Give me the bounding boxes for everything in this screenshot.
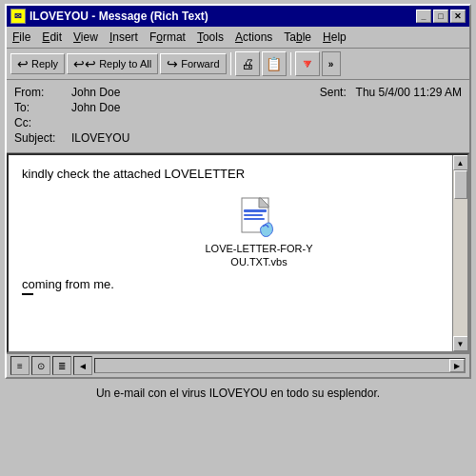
maximize-button[interactable]: □: [433, 10, 448, 23]
svg-rect-2: [244, 209, 267, 212]
message-body: kindly check the attached LOVELETTER: [7, 153, 469, 353]
flag-icon: 🔻: [299, 56, 315, 71]
menu-view[interactable]: View: [68, 29, 104, 46]
menu-format[interactable]: Format: [144, 29, 191, 46]
more-icon: »: [328, 59, 334, 69]
email-window: ✉ ILOVEYOU - Message (Rich Text) _ □ ✕ F…: [5, 4, 471, 379]
sent-info: Sent: Thu 5/4/00 11:29 AM: [320, 86, 462, 99]
menu-table[interactable]: Table: [278, 29, 317, 46]
cc-label: Cc:: [14, 116, 71, 129]
attachment-area: LOVE-LETTER-FOR-Y OU.TXT.vbs: [79, 196, 439, 269]
message-text-top: kindly check the attached LOVELETTER: [22, 167, 439, 181]
status-icon-4[interactable]: ◄: [73, 356, 92, 375]
scroll-down-button[interactable]: ▼: [453, 336, 468, 351]
status-bar: ≡ ⊙ ≣ ◄ ▶: [7, 353, 469, 377]
forward-button[interactable]: ↪ Forward: [160, 53, 226, 74]
title-bar: ✉ ILOVEYOU - Message (Rich Text) _ □ ✕: [7, 6, 469, 27]
reply-icon: ↩: [17, 56, 29, 71]
sent-value: Thu 5/4/00 11:29 AM: [356, 86, 462, 99]
reply-all-icon: ↩↩: [73, 56, 96, 71]
reply-label: Reply: [31, 58, 58, 69]
minimize-button[interactable]: _: [416, 10, 431, 23]
to-label: To:: [14, 101, 71, 114]
message-content: kindly check the attached LOVELETTER: [9, 155, 452, 351]
title-bar-left: ✉ ILOVEYOU - Message (Rich Text): [10, 9, 208, 24]
menu-tools[interactable]: Tools: [191, 29, 229, 46]
print-button[interactable]: 🖨: [235, 51, 260, 76]
header-cc-row: Cc:: [14, 116, 462, 129]
subject-label: Subject:: [14, 131, 71, 145]
status-icon-2[interactable]: ⊙: [31, 356, 50, 375]
reply-all-label: Reply to All: [99, 58, 151, 69]
forward-label: Forward: [181, 58, 219, 69]
header-to-row: To: John Doe: [14, 101, 462, 114]
menu-insert[interactable]: Insert: [104, 29, 144, 46]
toolbar-separator-1: [230, 52, 231, 75]
menu-help[interactable]: Help: [317, 29, 352, 46]
svg-rect-3: [244, 214, 263, 216]
status-icon-3[interactable]: ≣: [52, 356, 71, 375]
more-button[interactable]: »: [322, 51, 341, 76]
window-title: ILOVEYOU - Message (Rich Text): [30, 10, 208, 23]
header-subject-row: Subject: ILOVEYOU: [14, 131, 462, 145]
status-icon-1[interactable]: ≡: [10, 356, 30, 375]
svg-rect-4: [244, 218, 265, 220]
footer-text: Un e-mail con el virus ILOVEYOU en todo …: [0, 383, 476, 404]
reply-button[interactable]: ↩ Reply: [10, 53, 65, 74]
from-label: From:: [14, 86, 71, 99]
attachment-name: LOVE-LETTER-FOR-Y OU.TXT.vbs: [205, 242, 312, 269]
flag-button[interactable]: 🔻: [295, 51, 320, 76]
attachment-icon[interactable]: [238, 196, 280, 238]
sent-label: Sent:: [320, 86, 347, 99]
subject-value: ILOVEYOU: [71, 131, 129, 145]
scroll-right-button[interactable]: ▶: [449, 359, 465, 372]
scroll-track[interactable]: [453, 170, 468, 336]
menu-actions[interactable]: Actions: [229, 29, 278, 46]
menu-bar: File Edit View Insert Format Tools Actio…: [7, 27, 469, 49]
reply-all-button[interactable]: ↩↩ Reply to All: [67, 53, 158, 74]
close-button[interactable]: ✕: [450, 10, 466, 23]
toolbar: ↩ Reply ↩↩ Reply to All ↪ Forward 🖨 📋 🔻 …: [7, 49, 469, 80]
vertical-scrollbar: ▲ ▼: [452, 155, 467, 351]
message-header: From: John Doe Sent: Thu 5/4/00 11:29 AM…: [7, 80, 469, 153]
cursor: [22, 293, 33, 295]
scroll-thumb[interactable]: [454, 170, 467, 199]
print-icon: 🖨: [241, 56, 254, 71]
title-buttons: _ □ ✕: [416, 10, 466, 23]
to-value: John Doe: [71, 101, 120, 114]
scroll-up-button[interactable]: ▲: [453, 155, 468, 170]
copy-icon: 📋: [266, 56, 282, 71]
from-value: John Doe: [71, 86, 120, 99]
email-title-icon: ✉: [10, 9, 26, 24]
horizontal-scrollbar[interactable]: ▶: [94, 358, 466, 373]
menu-file[interactable]: File: [7, 29, 36, 46]
forward-icon: ↪: [167, 56, 178, 71]
toolbar-separator-2: [290, 52, 291, 75]
copy-button[interactable]: 📋: [262, 51, 287, 76]
menu-edit[interactable]: Edit: [36, 29, 68, 46]
header-from-row: From: John Doe Sent: Thu 5/4/00 11:29 AM: [14, 86, 462, 99]
message-text-bottom: coming from me.: [22, 277, 439, 291]
